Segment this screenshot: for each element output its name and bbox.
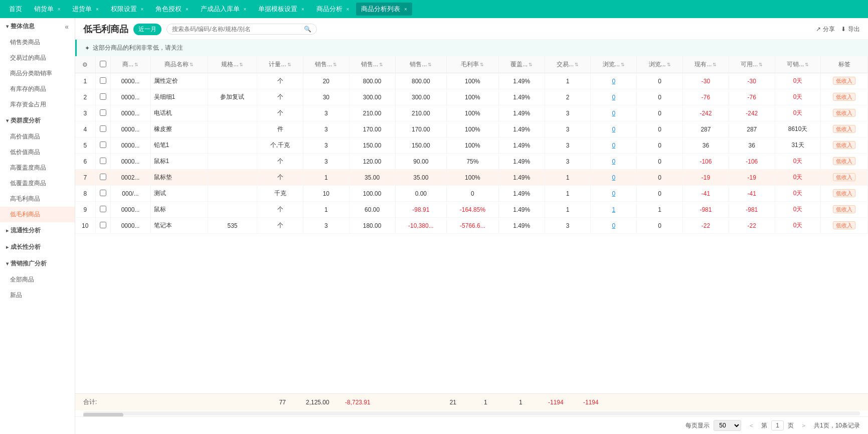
cell-checkbox-7[interactable] <box>95 186 110 202</box>
col-available-stock-header[interactable]: 可用...⇅ <box>729 56 775 73</box>
cell-name-9[interactable]: 笔记本 <box>150 218 208 234</box>
sidebar-item-stock-capital[interactable]: 库存资金占用 <box>0 97 75 112</box>
nav-item-product[interactable]: 产成品入库单 × <box>196 3 251 16</box>
cell-view1-0[interactable]: 0 <box>591 73 637 89</box>
sidebar-item-all-goods[interactable]: 全部商品 <box>0 272 75 287</box>
nav-item-analysis-list[interactable]: 商品分析列表 × <box>356 3 412 16</box>
nav-item-analysis[interactable]: 商品分析 × <box>311 3 354 16</box>
nav-item-template[interactable]: 单据模板设置 × <box>253 3 309 16</box>
col-trade-header[interactable]: 交易...⇅ <box>545 56 591 73</box>
col-sale-count-header[interactable]: 销售...⇅ <box>303 56 349 73</box>
settings-icon[interactable]: ⚙ <box>82 61 88 68</box>
col-checkbox-all[interactable] <box>95 56 110 73</box>
sidebar-item-stock-goods[interactable]: 有库存的商品 <box>0 81 75 97</box>
cell-name-7[interactable]: 测试 <box>150 186 208 202</box>
cell-checkbox-5[interactable] <box>95 154 110 170</box>
cell-checkbox-6[interactable] <box>95 170 110 186</box>
cell-view1-8[interactable]: 1 <box>591 202 637 218</box>
cell-view1-2[interactable]: 0 <box>591 105 637 121</box>
row-checkbox-2[interactable] <box>100 109 106 116</box>
row-checkbox-8[interactable] <box>100 206 106 212</box>
nav-item-sales[interactable]: 销货单 × <box>29 3 65 16</box>
close-role-icon[interactable]: × <box>186 7 189 12</box>
col-saleable-days-header[interactable]: 可销...⇅ <box>775 56 821 73</box>
close-template-icon[interactable]: × <box>301 7 304 12</box>
col-view1-header[interactable]: 浏览...⇅ <box>591 56 637 73</box>
sidebar-item-high-value[interactable]: 高价值商品 <box>0 129 75 144</box>
cell-checkbox-8[interactable] <box>95 202 110 218</box>
cell-view1-4[interactable]: 0 <box>591 137 637 154</box>
export-button[interactable]: ⬇ 导出 <box>841 25 860 34</box>
period-button[interactable]: 近一月 <box>133 24 161 35</box>
table-container[interactable]: ⚙ 商...⇅ 商品名称⇅ 规格...⇅ 计量...⇅ 销售...⇅ 销售...… <box>75 56 868 393</box>
col-unit-header[interactable]: 计量...⇅ <box>257 56 303 73</box>
col-coverage-header[interactable]: 覆盖...⇅ <box>498 56 545 73</box>
next-page-button[interactable]: ＞ <box>798 420 810 431</box>
search-icon[interactable]: 🔍 <box>304 26 311 33</box>
sidebar-item-sales-goods[interactable]: 销售类商品 <box>0 35 75 50</box>
col-sale-amount-header[interactable]: 销售...⇅ <box>349 56 395 73</box>
sidebar-item-category-rate[interactable]: 商品分类助销率 <box>0 66 75 81</box>
col-code-header[interactable]: 商...⇅ <box>110 56 150 73</box>
cell-checkbox-4[interactable] <box>95 137 110 154</box>
nav-item-purchase[interactable]: 进货单 × <box>67 3 103 16</box>
horizontal-scrollbar[interactable] <box>83 411 860 415</box>
cell-name-6[interactable]: 鼠标垫 <box>150 170 208 186</box>
cell-name-3[interactable]: 橡皮擦 <box>150 121 208 137</box>
close-permission-icon[interactable]: × <box>141 7 144 12</box>
col-sale-profit-header[interactable]: 销售...⇅ <box>395 56 447 73</box>
close-analysis-list-icon[interactable]: × <box>404 7 407 12</box>
cell-view1-3[interactable]: 0 <box>591 121 637 137</box>
row-checkbox-7[interactable] <box>100 190 106 196</box>
cell-view1-1[interactable]: 0 <box>591 89 637 105</box>
cell-checkbox-3[interactable] <box>95 121 110 137</box>
close-purchase-icon[interactable]: × <box>96 7 99 12</box>
sidebar-item-high-gross[interactable]: 高毛利商品 <box>0 191 75 207</box>
share-button[interactable]: ↗ 分享 <box>816 25 835 34</box>
row-checkbox-5[interactable] <box>100 158 106 164</box>
row-checkbox-9[interactable] <box>100 222 106 228</box>
col-name-header[interactable]: 商品名称⇅ <box>150 56 208 73</box>
close-sales-icon[interactable]: × <box>58 7 61 12</box>
nav-item-home[interactable]: 首页 <box>4 3 27 16</box>
cell-name-5[interactable]: 鼠标1 <box>150 154 208 170</box>
cell-name-8[interactable]: 鼠标 <box>150 202 208 218</box>
cell-name-1[interactable]: 吴细细1 <box>150 89 208 105</box>
cell-view1-7[interactable]: 0 <box>591 186 637 202</box>
cell-checkbox-1[interactable] <box>95 89 110 105</box>
col-gross-rate-header[interactable]: 毛利率⇅ <box>447 56 499 73</box>
cell-checkbox-0[interactable] <box>95 73 110 89</box>
checkbox-all[interactable] <box>100 61 106 67</box>
col-current-stock-header[interactable]: 现有...⇅ <box>683 56 729 73</box>
sidebar-item-traded-goods[interactable]: 交易过的商品 <box>0 50 75 66</box>
col-tag-header[interactable]: 标签 <box>821 56 868 73</box>
col-settings[interactable]: ⚙ <box>75 56 95 73</box>
per-page-select[interactable]: 50 100 200 <box>714 420 741 431</box>
row-checkbox-6[interactable] <box>100 174 106 180</box>
sidebar-item-low-coverage[interactable]: 低覆盖度商品 <box>0 176 75 191</box>
sidebar-group-cluster[interactable]: ▾ 类群度分析 <box>0 112 75 129</box>
sidebar-item-new-goods[interactable]: 新品 <box>0 287 75 303</box>
sidebar-group-marketing[interactable]: ▾ 营销推广分析 <box>0 255 75 272</box>
cell-view1-6[interactable]: 0 <box>591 170 637 186</box>
col-spec-header[interactable]: 规格...⇅ <box>208 56 257 73</box>
row-checkbox-3[interactable] <box>100 125 106 132</box>
row-checkbox-4[interactable] <box>100 141 106 148</box>
nav-item-permission[interactable]: 权限设置 × <box>106 3 148 16</box>
sidebar-group-growth[interactable]: ▸ 成长性分析 <box>0 239 75 255</box>
cell-view1-9[interactable]: 0 <box>591 218 637 234</box>
sidebar-group-circulation[interactable]: ▸ 流通性分析 <box>0 222 75 239</box>
collapse-overall-icon[interactable]: « <box>65 23 69 31</box>
cell-name-2[interactable]: 电话机 <box>150 105 208 121</box>
cell-name-4[interactable]: 铅笔1 <box>150 137 208 154</box>
sidebar-item-high-coverage[interactable]: 高覆盖度商品 <box>0 160 75 176</box>
prev-page-button[interactable]: ＜ <box>745 420 757 431</box>
cell-name-0[interactable]: 属性定价 <box>150 73 208 89</box>
col-view2-header[interactable]: 浏览...⇅ <box>637 56 683 73</box>
nav-item-role[interactable]: 角色授权 × <box>150 3 193 16</box>
sidebar-group-overall[interactable]: ▾ 整体信息 « <box>0 18 75 35</box>
row-checkbox-0[interactable] <box>100 77 106 84</box>
cell-view1-5[interactable]: 0 <box>591 154 637 170</box>
close-analysis-icon[interactable]: × <box>346 7 349 12</box>
cell-checkbox-2[interactable] <box>95 105 110 121</box>
